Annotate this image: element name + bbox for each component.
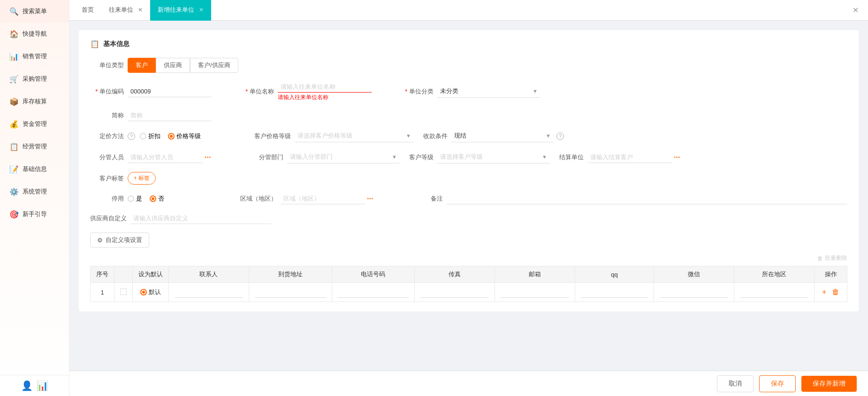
sidebar-item-inventory[interactable]: 📦 库存核算: [0, 90, 69, 113]
row-default-radio[interactable]: 默认: [138, 288, 163, 296]
disabled-group: 停用 是 否: [90, 194, 240, 203]
sidebar-item-quick-nav[interactable]: 🏠 快捷导航: [0, 23, 69, 45]
manager-group: 分管人员 ···: [90, 152, 250, 163]
sidebar-item-system[interactable]: ⚙️ 系统管理: [0, 180, 69, 203]
type-btn-customer[interactable]: 客户: [128, 58, 156, 73]
tab-new-partner-close[interactable]: ✕: [199, 7, 204, 13]
pricing-help-icon[interactable]: ?: [128, 132, 135, 140]
name-error-text: 请输入往来单位名称: [278, 93, 400, 101]
row-wechat-input[interactable]: [660, 287, 728, 298]
pricing-radio-price-level[interactable]: 价格等级: [168, 132, 201, 140]
disabled-radio-yes[interactable]: 是: [128, 194, 142, 203]
row-address-input[interactable]: [255, 287, 326, 298]
section-title-text: 基本信息: [103, 40, 129, 48]
row-delete-button[interactable]: 🗑: [830, 288, 841, 296]
category-group: 单位分类 未分类 ▼: [400, 85, 541, 98]
sidebar-item-finance[interactable]: 💰 资金管理: [0, 113, 69, 135]
name-input[interactable]: [278, 81, 372, 93]
row-add-button[interactable]: +: [820, 288, 828, 296]
type-btn-supplier[interactable]: 供应商: [156, 58, 190, 73]
customer-price-select[interactable]: 请选择客户价格等级 ▼: [295, 130, 414, 142]
payment-label: 收款条件: [414, 132, 451, 140]
short-name-input[interactable]: [128, 110, 212, 121]
region-input[interactable]: [281, 193, 365, 204]
category-select[interactable]: 未分类 ▼: [437, 85, 541, 98]
sidebar-label-system: 系统管理: [23, 187, 47, 196]
purchase-icon: 🛒: [9, 74, 19, 84]
cancel-button[interactable]: 取消: [717, 375, 754, 392]
custom-settings-button[interactable]: ⚙ 自定义项设置: [90, 233, 149, 248]
payment-value: 现结: [454, 132, 466, 140]
category-label: 单位分类: [400, 87, 437, 96]
row-checkbox-box[interactable]: [120, 288, 127, 295]
type-btn-both[interactable]: 客户/供应商: [190, 58, 238, 73]
code-input[interactable]: [128, 86, 212, 97]
disabled-radio-no[interactable]: 否: [150, 194, 164, 203]
batch-delete-label: 批量删除: [825, 254, 847, 262]
pricing-group: 定价方法 ? 折扣 价格等级: [90, 132, 254, 140]
row-contact[interactable]: [169, 283, 249, 302]
region-group: 区域（地区） ···: [240, 193, 409, 204]
row-checkbox[interactable]: [114, 283, 133, 302]
add-tag-button[interactable]: + 标签: [128, 172, 156, 185]
sidebar-label-ops: 经营管理: [23, 142, 47, 151]
remark-input[interactable]: [447, 193, 847, 204]
tab-partner[interactable]: 往来单位 ✕: [101, 0, 150, 21]
category-value: 未分类: [440, 87, 458, 95]
table-row: 1 默认: [91, 283, 847, 302]
sidebar-label-finance: 资金管理: [23, 120, 47, 128]
sidebar-item-basic[interactable]: 📝 基础信息: [0, 158, 69, 180]
dept-select[interactable]: 请输入分管部门 ▼: [287, 151, 400, 163]
manager-more-btn[interactable]: ···: [203, 153, 213, 162]
row-region-input[interactable]: [740, 287, 808, 298]
settle-unit-input[interactable]: [587, 152, 672, 163]
sidebar-item-sales[interactable]: 📊 销售管理: [0, 45, 69, 68]
save-button[interactable]: 保存: [759, 375, 796, 392]
col-address: 到货地址: [249, 266, 332, 283]
sidebar-item-purchase[interactable]: 🛒 采购管理: [0, 68, 69, 90]
row-phone-input[interactable]: [338, 287, 409, 298]
payment-select[interactable]: 现结 ▼: [451, 130, 554, 142]
row-address[interactable]: [249, 283, 332, 302]
manager-input[interactable]: [128, 152, 203, 163]
customer-level-select[interactable]: 请选择客户等级 ▼: [437, 151, 550, 163]
settle-unit-more-btn[interactable]: ···: [672, 153, 682, 162]
row-region[interactable]: [734, 283, 815, 302]
disabled-no-circle: [150, 195, 156, 202]
customer-price-group: 客户价格等级 请选择客户价格等级 ▼: [254, 130, 414, 142]
save-new-button[interactable]: 保存并新增: [801, 376, 857, 392]
row-email[interactable]: [495, 283, 575, 302]
close-window-button[interactable]: ✕: [848, 6, 863, 15]
discount-radio-circle: [140, 133, 146, 140]
tab-home[interactable]: 首页: [74, 0, 101, 21]
disabled-yes-circle: [128, 195, 134, 202]
sidebar-item-guide[interactable]: 🎯 新手引导: [0, 203, 69, 225]
row-wechat[interactable]: [654, 283, 734, 302]
row-fax[interactable]: [415, 283, 495, 302]
sidebar-item-ops[interactable]: 📋 经营管理: [0, 135, 69, 158]
payment-help-icon[interactable]: ?: [556, 132, 564, 140]
pricing-radio-discount[interactable]: 折扣: [140, 132, 160, 140]
basic-icon: 📝: [9, 164, 19, 174]
row-contact-input[interactable]: [175, 287, 243, 298]
batch-delete-bar: 🗑 批量删除: [90, 254, 847, 262]
customer-price-label: 客户价格等级: [254, 132, 295, 140]
tab-partner-close[interactable]: ✕: [138, 7, 143, 13]
sidebar-item-search[interactable]: 🔍 搜索菜单: [0, 0, 69, 23]
tab-new-partner[interactable]: 新增往来单位 ✕: [150, 0, 211, 21]
row-qq-input[interactable]: [581, 287, 648, 298]
search-icon: 🔍: [9, 7, 19, 16]
row-qq[interactable]: [575, 283, 654, 302]
region-label: 区域（地区）: [240, 194, 281, 203]
supplier-custom-input[interactable]: [130, 213, 271, 224]
region-more-btn[interactable]: ···: [365, 194, 375, 203]
col-default: 设为默认: [133, 266, 169, 283]
col-action: 操作: [815, 266, 847, 283]
row-email-input[interactable]: [501, 287, 569, 298]
row-phone[interactable]: [332, 283, 415, 302]
user-icon[interactable]: 👤: [21, 380, 33, 391]
add-tag-label: + 标签: [134, 174, 150, 182]
row-fax-input[interactable]: [420, 287, 489, 298]
dept-arrow: ▼: [392, 154, 397, 160]
chart-icon[interactable]: 📊: [37, 380, 48, 391]
